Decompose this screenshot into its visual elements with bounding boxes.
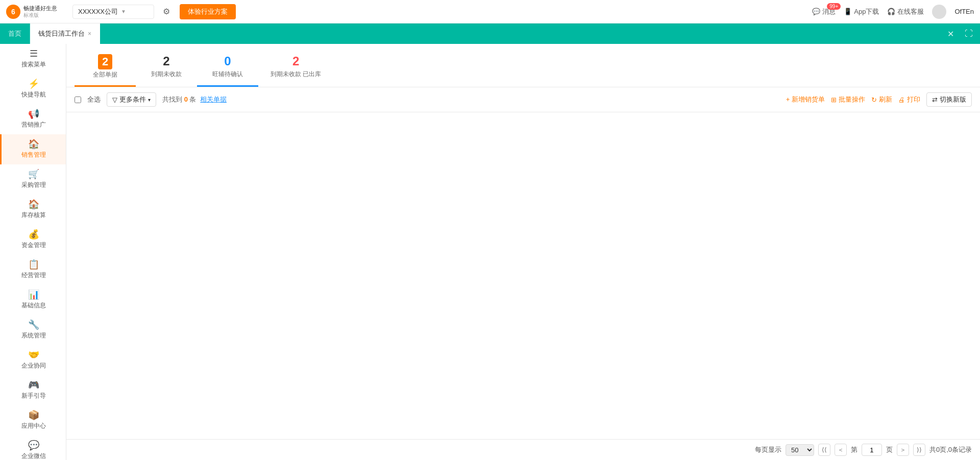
phone-icon: 📱 bbox=[844, 8, 852, 15]
sidebar-item-enterprise-collab[interactable]: 🤝 企业协同 bbox=[0, 345, 66, 375]
last-page-button[interactable]: ⟩⟩ bbox=[913, 444, 925, 456]
page-label: 第 bbox=[851, 445, 857, 454]
tab-home[interactable]: 首页 bbox=[0, 23, 30, 44]
per-page-label: 每页显示 bbox=[755, 445, 781, 454]
filter-button[interactable]: ▽ 更多条件 ▾ bbox=[107, 92, 156, 107]
sidebar-item-app-center[interactable]: 📦 应用中心 bbox=[0, 405, 66, 435]
all-count: 2 bbox=[98, 54, 112, 69]
nav-maximize-button[interactable]: ⛶ bbox=[962, 27, 976, 41]
add-sales-order-button[interactable]: + 新增销货单 bbox=[786, 95, 825, 104]
message-badge: 99+ bbox=[827, 3, 841, 10]
select-all-checkbox[interactable] bbox=[75, 96, 81, 103]
logo-area: 6 畅捷通好生意 标准版 bbox=[6, 5, 72, 19]
batch-icon: ⊞ bbox=[831, 96, 837, 104]
service-icon: 🎧 bbox=[887, 8, 895, 15]
menu-icon: ☰ bbox=[30, 49, 38, 58]
main-layout: ☰ 搜索菜单 ⚡ 快捷导航 📢 营销推广 🏠 销售管理 🛒 采购管理 🏠 库存核… bbox=[0, 44, 980, 460]
select-all-label: 全选 bbox=[87, 95, 101, 104]
toolbar-right: + 新增销货单 ⊞ 批量操作 ↻ 刷新 🖨 打印 ⇄ 切换新版 bbox=[786, 92, 972, 107]
print-icon: 🖨 bbox=[898, 96, 905, 104]
settings-icon-button[interactable]: ⚙ bbox=[158, 4, 175, 20]
nav-minimize-button[interactable]: ✕ bbox=[943, 27, 958, 41]
company-dropdown-arrow: ▼ bbox=[121, 9, 126, 14]
sidebar-item-operations[interactable]: 📋 经营管理 bbox=[0, 255, 66, 285]
tab-close-icon[interactable]: × bbox=[88, 30, 91, 37]
inventory-icon: 🏠 bbox=[28, 200, 39, 209]
sidebar-item-finance[interactable]: 💰 资金管理 bbox=[0, 225, 66, 255]
guide-icon: 🎮 bbox=[28, 380, 39, 390]
online-service-button[interactable]: 🎧 在线客服 bbox=[887, 7, 924, 16]
print-button[interactable]: 🖨 打印 bbox=[898, 95, 920, 104]
sidebar-item-quick-nav[interactable]: ⚡ 快捷导航 bbox=[0, 74, 66, 104]
nav-tabs-bar: 首页 钱货日清工作台 × ✕ ⛶ bbox=[0, 23, 980, 44]
prev-page-button[interactable]: ＜ bbox=[835, 444, 847, 456]
dropdown-icon: ▾ bbox=[148, 97, 151, 103]
marketing-icon: 📢 bbox=[28, 109, 39, 118]
pagination: 每页显示 50 100 200 ⟨⟨ ＜ 第 页 ＞ ⟩⟩ 共0页,0条记录 bbox=[66, 439, 980, 460]
gear-icon: ⚙ bbox=[163, 7, 170, 16]
maximize-icon: ⛶ bbox=[965, 29, 973, 38]
wangfu-count: 0 bbox=[224, 54, 231, 69]
sales-icon: 🏠 bbox=[28, 139, 39, 149]
page-input[interactable] bbox=[862, 444, 882, 456]
avatar[interactable] bbox=[932, 5, 946, 19]
nav-right-actions: ✕ ⛶ bbox=[943, 27, 980, 41]
sidebar-item-guide[interactable]: 🎮 新手引导 bbox=[0, 375, 66, 405]
table-area bbox=[66, 112, 980, 439]
sidebar-item-system[interactable]: 🔧 系统管理 bbox=[0, 315, 66, 345]
related-link[interactable]: 相关单据 bbox=[200, 95, 227, 103]
company-selector[interactable]: XXXXXX公司 ▼ bbox=[72, 5, 154, 19]
overdue-shipped-count: 2 bbox=[292, 54, 299, 69]
summary-tab-overdue[interactable]: 2 到期未收款 bbox=[136, 50, 197, 87]
minimize-icon: ✕ bbox=[947, 29, 954, 39]
system-icon: 🔧 bbox=[28, 320, 39, 329]
wechat-icon: 💬 bbox=[28, 441, 39, 450]
next-page-button[interactable]: ＞ bbox=[897, 444, 909, 456]
app-center-icon: 📦 bbox=[28, 410, 39, 420]
top-header: 6 畅捷通好生意 标准版 XXXXXX公司 ▼ ⚙ 体验行业方案 💬 消息 99… bbox=[0, 0, 980, 23]
summary-tabs: 2 全部单据 2 到期未收款 0 旺辅待确认 2 到期未收款 已出库 bbox=[66, 44, 980, 87]
refresh-button[interactable]: ↻ 刷新 bbox=[871, 95, 892, 104]
sidebar-item-sales[interactable]: 🏠 销售管理 bbox=[0, 134, 66, 164]
app-download-button[interactable]: 📱 App下载 bbox=[844, 7, 879, 16]
header-right: 💬 消息 99+ 📱 App下载 🎧 在线客服 OfTEn bbox=[812, 5, 974, 19]
sidebar: ☰ 搜索菜单 ⚡ 快捷导航 📢 营销推广 🏠 销售管理 🛒 采购管理 🏠 库存核… bbox=[0, 44, 66, 460]
overdue-count: 2 bbox=[163, 54, 169, 69]
summary-tab-wangfu[interactable]: 0 旺辅待确认 bbox=[197, 50, 258, 87]
page-suffix: 页 bbox=[886, 445, 893, 454]
per-page-select[interactable]: 50 100 200 bbox=[786, 444, 814, 456]
batch-operation-button[interactable]: ⊞ 批量操作 bbox=[831, 95, 865, 104]
sidebar-item-purchase[interactable]: 🛒 采购管理 bbox=[0, 164, 66, 195]
filter-icon: ▽ bbox=[112, 96, 117, 104]
collab-icon: 🤝 bbox=[28, 350, 39, 359]
finance-icon: 💰 bbox=[28, 230, 39, 239]
summary-tab-overdue-shipped[interactable]: 2 到期未收款 已出库 bbox=[258, 50, 333, 87]
summary-tab-all[interactable]: 2 全部单据 bbox=[75, 50, 136, 87]
sidebar-item-basic-info[interactable]: 📊 基础信息 bbox=[0, 285, 66, 315]
switch-icon: ⇄ bbox=[932, 96, 938, 104]
tab-workbench[interactable]: 钱货日清工作台 × bbox=[30, 23, 100, 44]
username-label: OfTEn bbox=[954, 8, 974, 15]
found-text: 共找到 0 条 相关单据 bbox=[162, 95, 227, 104]
logo-text: 畅捷通好生意 标准版 bbox=[23, 5, 57, 18]
total-label: 共0页,0条记录 bbox=[929, 445, 972, 454]
content-area: 2 全部单据 2 到期未收款 0 旺辅待确认 2 到期未收款 已出库 全选 ▽ … bbox=[66, 44, 980, 460]
experience-button[interactable]: 体验行业方案 bbox=[180, 4, 236, 19]
refresh-icon: ↻ bbox=[871, 96, 877, 104]
quick-icon: ⚡ bbox=[28, 79, 39, 88]
found-count: 0 bbox=[184, 95, 188, 103]
sidebar-item-inventory[interactable]: 🏠 库存核算 bbox=[0, 195, 66, 225]
switch-version-button[interactable]: ⇄ 切换新版 bbox=[926, 92, 972, 107]
operations-icon: 📋 bbox=[28, 260, 39, 269]
sidebar-item-search-menu[interactable]: ☰ 搜索菜单 bbox=[0, 44, 66, 74]
logo-icon: 6 bbox=[6, 5, 20, 19]
basic-info-icon: 📊 bbox=[28, 290, 39, 299]
sidebar-item-marketing[interactable]: 📢 营销推广 bbox=[0, 104, 66, 134]
message-icon: 💬 bbox=[812, 8, 820, 15]
purchase-icon: 🛒 bbox=[28, 170, 39, 179]
first-page-button[interactable]: ⟨⟨ bbox=[818, 444, 830, 456]
toolbar: 全选 ▽ 更多条件 ▾ 共找到 0 条 相关单据 + 新增销货单 ⊞ 批量操作 bbox=[66, 87, 980, 112]
message-button[interactable]: 💬 消息 99+ bbox=[812, 7, 836, 16]
sidebar-item-enterprise-wechat[interactable]: 💬 企业微信 bbox=[0, 435, 66, 460]
